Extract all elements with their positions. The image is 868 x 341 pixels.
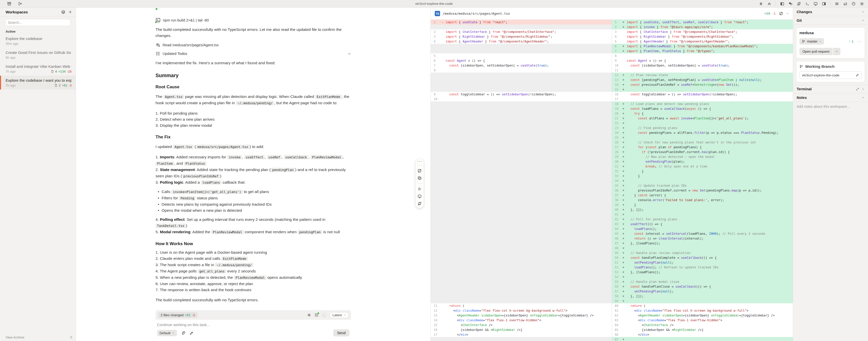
diff-line — [431, 193, 612, 197]
floating-toolbar — [415, 158, 424, 208]
diff-line — [431, 101, 612, 106]
layers-icon[interactable] — [61, 10, 65, 14]
diff-line: 63 <div className="flex flex-1 overflow-… — [612, 318, 793, 322]
model-dropdown[interactable]: Default — [157, 330, 177, 336]
list-item: 3. Display the plan review modal — [156, 122, 351, 128]
menu-icon[interactable] — [835, 2, 839, 6]
diff-line: 35+ // Update tracked plan IDs — [612, 183, 793, 188]
diff-line: 31+ break; // Only open one at a time — [612, 164, 793, 169]
drag-handle[interactable] — [417, 161, 422, 162]
diff-line: 25+ — [612, 135, 793, 140]
diff-line — [431, 72, 612, 78]
branch-selector[interactable]: master — [799, 38, 824, 44]
play-icon[interactable] — [417, 187, 422, 191]
latest-dropdown[interactable]: Latest — [330, 312, 348, 318]
diff-line — [431, 106, 612, 111]
pull-request-options-button[interactable] — [833, 48, 840, 55]
git-section-header[interactable]: Git — [793, 16, 868, 25]
expand-icon[interactable] — [856, 88, 859, 91]
todos-status-icon[interactable] — [315, 313, 319, 317]
git-compare-icon[interactable] — [417, 202, 422, 206]
pen-icon[interactable] — [189, 331, 194, 335]
workspace-item[interactable]: Install and integrate Vibe Kanban Web C7… — [0, 62, 76, 75]
panel-right-icon[interactable] — [822, 2, 826, 6]
workspace-title: Explore the codebase — [6, 36, 72, 41]
attach-icon[interactable] — [181, 331, 185, 335]
megaphone-icon[interactable] — [843, 2, 847, 6]
notes-section-header[interactable]: Notes — [793, 93, 868, 102]
files-changed-badge[interactable]: 2 files changed +61 -3 — [158, 312, 198, 318]
workspace-item[interactable]: Explore the codebase35m ago — [0, 34, 76, 48]
working-branch-input[interactable] — [802, 73, 856, 77]
split-view-icon[interactable] — [779, 12, 783, 16]
diff-line — [431, 188, 612, 193]
list-item: 2. Claude enters plan mode and calls Exi… — [156, 255, 351, 262]
diff-line: 8 — [612, 53, 793, 58]
terminal-section-header[interactable]: Terminal — [793, 85, 868, 93]
diff-line: 15 <ChatInterface /> — [431, 322, 612, 327]
chevron-down-icon[interactable] — [786, 12, 789, 15]
edit-icon[interactable] — [856, 73, 859, 77]
workspace-item[interactable]: Explore the codebase I want you to exp7h… — [0, 75, 76, 90]
diff-file-path: /medusa/medusa/src/pages/Agent.tsx — [443, 12, 510, 16]
diff-line: 7 const [sidebarOpen, setSidebarOpen] = … — [431, 63, 612, 68]
git-compare-icon[interactable] — [797, 2, 801, 6]
working-branch-card: Working Branch — [796, 61, 865, 82]
archive-count: 0 — [70, 335, 72, 339]
spark-icon[interactable] — [307, 313, 311, 317]
diff-line: 7+import { PlanItem, PlanStatus } from "… — [612, 49, 793, 53]
diff-line: 17 — [612, 97, 793, 101]
chat-scroll-area[interactable]: npm run build 2>&1 | tail -80The build c… — [76, 8, 430, 310]
copy-icon[interactable] — [417, 176, 422, 180]
shapes-icon[interactable] — [788, 2, 793, 6]
message-input[interactable]: Continue working on this task... — [156, 320, 351, 328]
add-workspace-icon[interactable] — [68, 10, 72, 14]
diff-view-icon[interactable] — [417, 169, 422, 173]
view-archive-link[interactable]: View Archive — [6, 335, 24, 339]
collapse-all-icon[interactable] — [767, 2, 771, 6]
terminal-icon[interactable] — [805, 2, 809, 6]
chevron-down-icon[interactable] — [348, 52, 351, 55]
diff-line: 52+ loadPlans(); // Refresh to update tr… — [612, 265, 793, 270]
diff-line: 43+ useEffect(() => { — [612, 222, 793, 226]
diff-line: 50+ const handlePlanComplete = useCallba… — [612, 255, 793, 260]
diff-line: 14 <div className="flex flex-1 overflow-… — [431, 318, 612, 322]
diff-line: 3import { ChatInterface } from "@/compon… — [612, 29, 793, 34]
green-dot — [155, 22, 157, 23]
sign-out-icon[interactable] — [18, 2, 22, 6]
diff-line: 12 <div className="flex flex-col h-scree… — [431, 308, 612, 313]
monitor-icon[interactable] — [417, 194, 422, 198]
sub-heading: Root Cause — [156, 85, 351, 90]
monitor-icon[interactable] — [814, 2, 818, 6]
bash-command-row[interactable]: npm run build 2>&1 | tail -80 — [156, 18, 351, 23]
diff-line: 1-import { useState } from "react"; — [431, 20, 612, 25]
gear-icon[interactable] — [860, 2, 864, 6]
diff-line: 16 const toggleSidebar = () => setSideba… — [612, 92, 793, 97]
notes-placeholder[interactable]: Add notes about this workspace... — [793, 102, 868, 111]
more-options-icon[interactable]: ··· — [857, 39, 862, 43]
workspace-item[interactable]: Create Good First Issues on Github So p6… — [0, 48, 76, 62]
panel-left-icon[interactable] — [780, 2, 784, 6]
archive-box-icon[interactable] — [7, 2, 11, 6]
open-pull-request-button[interactable]: Open pull request — [799, 48, 833, 55]
diff-line: 29+ // New plan detected — open the moda… — [612, 154, 793, 159]
typescript-file-icon: TS — [435, 11, 440, 16]
diff-line: 5import { AgentHeader } from "@/componen… — [612, 39, 793, 44]
changes-section-header[interactable]: Changes — [793, 8, 868, 16]
search-input[interactable] — [5, 19, 71, 26]
help-icon[interactable]: ? — [851, 2, 856, 6]
diff-line: 19+ const loadPlans = useCallback(async … — [612, 106, 793, 111]
workspaces-header: Workspaces — [0, 8, 76, 17]
diff-line: 27+ for (const plan of pendingPlans) { — [612, 145, 793, 150]
diff-line: 42+ // Poll for pending plans — [612, 217, 793, 222]
send-button[interactable]: Send — [333, 329, 349, 336]
diff-panel: TS /medusa/medusa/src/pages/Agent.tsx +5… — [430, 8, 793, 341]
status-dot — [156, 8, 157, 10]
diff-line: 49+ // Handle plan review completion — [612, 250, 793, 255]
read-tool-row[interactable]: Read medusa/src/pages/Agent.tsx — [156, 43, 351, 47]
pause-icon[interactable] — [759, 2, 763, 6]
chevron-down-icon — [862, 19, 864, 22]
list-item: 4. The Agent page polls get_all_plans ev… — [156, 268, 351, 275]
todos-tool-row[interactable]: Updated Todos — [156, 51, 351, 56]
chevron-down-icon — [819, 40, 822, 42]
